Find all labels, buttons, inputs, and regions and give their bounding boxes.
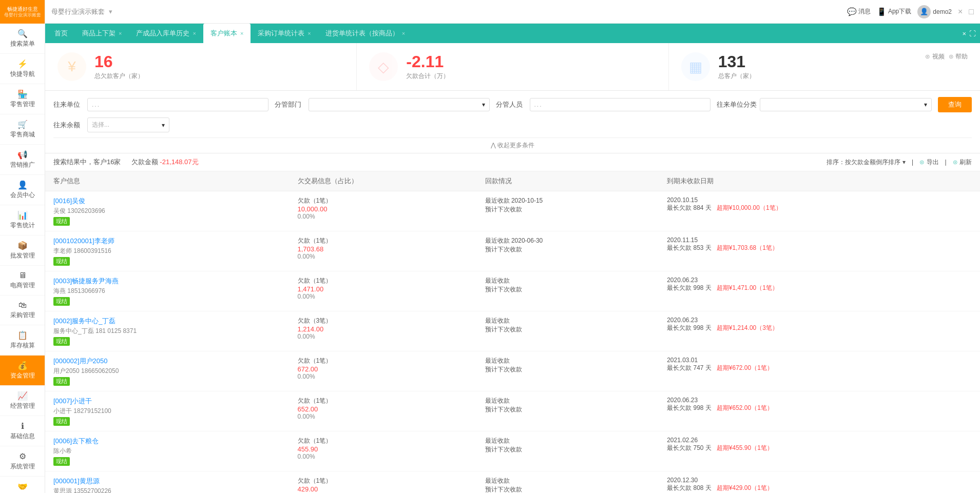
sidebar-item-quick_nav[interactable]: ⚡快捷导航	[0, 54, 45, 84]
stat-value-overdue-amount: -2.11	[406, 53, 449, 70]
due-date-1: 2020.11.15	[667, 236, 972, 244]
debt-amount-2[interactable]: 1,471.00	[298, 285, 469, 293]
app-download-label: App下载	[888, 7, 911, 16]
stat-value-total-customers: 131	[718, 53, 755, 70]
basic_info-icon: ℹ	[0, 421, 45, 431]
sidebar-item-basic_info[interactable]: ℹ基础信息	[0, 416, 45, 446]
stat-card-actions: ⊙ 视频 ⊙ 帮助	[925, 52, 968, 61]
export-btn[interactable]: ⊙ 导出	[919, 158, 938, 167]
customer-name-link-5[interactable]: [0007]小进干	[53, 397, 281, 406]
cell-debt-7: 欠款（1笔） 429.00 0.00%	[290, 471, 477, 494]
filter-dept-select[interactable]: ▾	[309, 98, 490, 111]
sidebar-item-capital_mgmt[interactable]: 💰资金管理	[0, 356, 45, 386]
tab-close-purchase_stats[interactable]: ×	[402, 30, 405, 36]
cell-payment-5: 最近收款 预计下次收款	[477, 391, 659, 431]
query-button[interactable]: 查询	[938, 97, 972, 112]
debt-amount-5[interactable]: 652.00	[298, 405, 469, 413]
sidebar-item-system_mgmt[interactable]: ⚙系统管理	[0, 446, 45, 477]
window-close-btn[interactable]: ×	[958, 7, 963, 16]
topbar-dropdown-icon[interactable]: ▾	[109, 8, 112, 15]
tabs-close-btn[interactable]: ×	[962, 30, 966, 37]
filter-unit-classify-select[interactable]: ▾	[760, 98, 932, 111]
debt-amount-0[interactable]: 10,000.00	[298, 205, 469, 213]
overdue-amount-6[interactable]: 超期¥455.90（1笔）	[717, 444, 773, 451]
overdue-amount-4[interactable]: 超期¥672.00（1笔）	[717, 364, 773, 371]
collapse-icon: ⋀	[491, 142, 496, 149]
avatar[interactable]: 👤 demo2	[917, 5, 952, 18]
debt-amount-1[interactable]: 1,703.68	[298, 245, 469, 253]
sidebar-item-purchase_mgmt[interactable]: 🛍采购管理	[0, 295, 45, 325]
refresh-btn[interactable]: ⊙ 刷新	[953, 158, 972, 167]
overdue-amount-2[interactable]: 超期¥1,471.00（1笔）	[717, 284, 778, 291]
customer-name-link-4[interactable]: [000002]用户2050	[53, 357, 281, 366]
sidebar-item-enterprise_coop[interactable]: 🤝企业协同	[0, 477, 45, 493]
sort-label: 排序：按欠款金额倒序排序	[827, 158, 900, 167]
help-btn[interactable]: ⊙ 帮助	[949, 52, 968, 61]
app-download-btn[interactable]: 📱 App下载	[877, 7, 911, 16]
sidebar-item-retail_store[interactable]: 🛒零售商城	[0, 114, 45, 145]
next-receipt-5: 预计下次收款	[485, 405, 651, 414]
sidebar-item-wholesale_mgmt[interactable]: 📦批发管理	[0, 235, 45, 266]
tab-purchase_order[interactable]: 采购订单统计表×	[251, 24, 318, 43]
collapse-row[interactable]: ⋀ 收起更多条件	[53, 137, 972, 153]
cell-payment-1: 最近收款 2020-06-30 预计下次收款	[477, 231, 659, 271]
due-date-2: 2020.06.23	[667, 277, 972, 284]
window-max-btn[interactable]: □	[969, 7, 974, 16]
filter-manager-input[interactable]: ...	[530, 98, 711, 111]
customer-name-link-3[interactable]: [0002]服务中心_丁磊	[53, 317, 281, 326]
tab-close-product_history[interactable]: ×	[193, 30, 196, 36]
next-receipt-7: 预计下次收款	[485, 485, 651, 493]
tab-product_history[interactable]: 产成品入库单历史×	[129, 24, 203, 43]
message-btn[interactable]: 💬 消息	[847, 7, 871, 16]
debt-pct-3: 0.00%	[298, 333, 469, 340]
customer-tag-0: 现结	[53, 217, 70, 226]
member_center-icon: 👤	[0, 180, 45, 190]
cell-customer-0: [0016]吴俊 吴俊 13026203696 现结	[45, 191, 290, 231]
debt-amount-6[interactable]: 455.90	[298, 445, 469, 453]
table-header-row: 客户信息 欠交易信息（占比） 回款情况 到期未收款日期	[45, 171, 980, 191]
tab-close-product_shelf[interactable]: ×	[119, 30, 122, 36]
debt-amount-7[interactable]: 429.00	[298, 485, 469, 493]
sidebar-item-ops_mgmt[interactable]: 📈经营管理	[0, 386, 45, 416]
cell-debt-5: 欠款（1笔） 652.00 0.00%	[290, 391, 477, 431]
sidebar-item-retail_stats[interactable]: 📊零售统计	[0, 205, 45, 235]
customer-name-link-1[interactable]: [0001020001]李老师	[53, 236, 281, 246]
video-btn[interactable]: ⊙ 视频	[925, 52, 944, 61]
table-body: [0016]吴俊 吴俊 13026203696 现结 欠款（1笔） 10,000…	[45, 191, 980, 494]
filter-remaining-select[interactable]: 选择... ▾	[87, 117, 169, 132]
tabs-fullscreen-btn[interactable]: ⛶	[969, 30, 976, 37]
customer-name-link-2[interactable]: [0003]畅捷服务尹海燕	[53, 277, 281, 286]
sidebar-item-member_center[interactable]: 👤会员中心	[0, 175, 45, 205]
tab-purchase_stats[interactable]: 进货单统计表（按商品）×	[318, 24, 412, 43]
tab-label-product_shelf: 商品上下架	[82, 29, 116, 38]
cell-due-1: 2020.11.15 最长欠款 853 天 超期¥1,703.68（1笔）	[659, 231, 980, 271]
overdue-amount-1[interactable]: 超期¥1,703.68（1笔）	[717, 244, 778, 251]
overdue-amount-7[interactable]: 超期¥429.00（1笔）	[717, 484, 773, 491]
customer-name-link-7[interactable]: [000001]黄思源	[53, 477, 281, 486]
overdue-days-3: 最长欠款 998 天 超期¥1,214.00（3笔）	[667, 324, 972, 332]
filter-source-unit-input[interactable]: ...	[87, 98, 268, 111]
customer-name-link-6[interactable]: [0006]去下粮仓	[53, 437, 281, 446]
overdue-amount-3[interactable]: 超期¥1,214.00（3笔）	[717, 324, 778, 331]
tab-home[interactable]: 首页	[47, 24, 75, 43]
tab-product_shelf[interactable]: 商品上下架×	[75, 24, 129, 43]
sidebar-item-ecommerce[interactable]: 🖥电商管理	[0, 266, 45, 295]
sort-control[interactable]: 排序：按欠款金额倒序排序 ▾	[827, 158, 906, 167]
tab-customer_account[interactable]: 客户账本×	[203, 24, 251, 43]
sidebar-item-marketing[interactable]: 📢营销推广	[0, 145, 45, 175]
overdue-amount-0[interactable]: 超期¥10,000.00（1笔）	[717, 204, 782, 211]
customer-tag-5: 现结	[53, 417, 70, 426]
ecommerce-icon: 🖥	[0, 271, 45, 280]
debt-count-1: 欠款（1笔）	[298, 236, 469, 245]
customer-name-link-0[interactable]: [0016]吴俊	[53, 196, 281, 206]
sidebar-item-retail_mgmt[interactable]: 🏪零售管理	[0, 84, 45, 114]
debt-amount-4[interactable]: 672.00	[298, 365, 469, 373]
debt-count-4: 欠款（1笔）	[298, 357, 469, 365]
tab-close-customer_account[interactable]: ×	[240, 30, 243, 36]
sidebar-item-search[interactable]: 🔍搜索菜单	[0, 24, 45, 54]
overdue-amount-5[interactable]: 超期¥652.00（1笔）	[717, 404, 773, 411]
debt-amount-3[interactable]: 1,214.00	[298, 325, 469, 333]
filter-source-unit-label: 往来单位	[53, 100, 84, 109]
tab-close-purchase_order[interactable]: ×	[308, 30, 311, 36]
sidebar-item-inventory[interactable]: 📋库存核算	[0, 325, 45, 356]
